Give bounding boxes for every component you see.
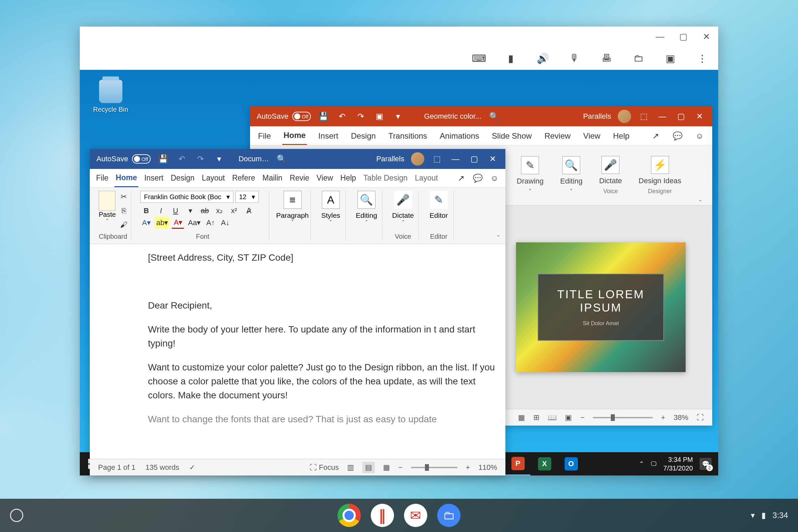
view-web-icon[interactable]: ▦ <box>383 463 390 472</box>
italic-button[interactable]: I <box>155 205 167 217</box>
strikethrough-button[interactable]: ab <box>199 205 211 217</box>
mic-icon[interactable]: 🎙 <box>569 52 581 64</box>
minimize-icon[interactable]: — <box>450 153 461 165</box>
taskbar-excel[interactable]: X <box>532 452 557 475</box>
zoom-level[interactable]: 110% <box>478 463 497 472</box>
bold-button[interactable]: B <box>140 205 152 217</box>
menu-view[interactable]: View <box>315 170 334 187</box>
search-icon[interactable]: 🔍 <box>488 110 500 122</box>
editing-icon[interactable]: 🔍 <box>358 191 375 209</box>
menu-insert[interactable]: Insert <box>317 127 340 145</box>
save-icon[interactable]: 💾 <box>318 110 329 122</box>
cut-icon[interactable]: ✂ <box>118 191 130 203</box>
shrink-font-icon[interactable]: A↓ <box>219 217 231 229</box>
close-icon[interactable]: ✕ <box>694 110 706 122</box>
maximize-icon[interactable]: ▢ <box>675 110 687 122</box>
tray-clock[interactable]: 3:34 PM 7/31/2020 <box>663 455 693 473</box>
camera-icon[interactable]: ▮ <box>505 52 517 64</box>
menu-file[interactable]: File <box>95 170 110 187</box>
subscript-button[interactable]: x₂ <box>213 205 225 217</box>
slide-thumbnail[interactable]: TITLE LOREM IPSUM Sit Dolor Amet <box>516 242 686 372</box>
menu-design[interactable]: Design <box>170 170 196 187</box>
redo-icon[interactable]: ↷ <box>194 153 207 165</box>
maximize-icon[interactable]: ▢ <box>468 153 480 165</box>
taskbar-outlook[interactable]: O <box>558 452 584 475</box>
menu-review[interactable]: Review <box>543 127 572 145</box>
menu-help[interactable]: Help <box>612 127 631 145</box>
shelf-status-area[interactable]: ▾ ▮ 3:34 <box>751 511 788 520</box>
dictate-icon[interactable]: 🎤 <box>394 191 412 209</box>
avatar[interactable] <box>618 110 631 123</box>
word-document-body[interactable]: [Street Address, City, ST ZIP Code] Dear… <box>90 244 506 457</box>
styles-icon[interactable]: A <box>322 191 340 209</box>
emoji-icon[interactable]: ☺ <box>694 130 706 142</box>
view-read-icon[interactable]: ▥ <box>347 463 354 472</box>
paragraph-icon[interactable]: ≡ <box>284 191 302 209</box>
underline-dropdown-icon[interactable]: ▾ <box>184 205 196 217</box>
avatar[interactable] <box>411 152 424 166</box>
menu-insert[interactable]: Insert <box>143 170 165 187</box>
action-center-icon[interactable]: 💬 <box>700 458 711 470</box>
copy-icon[interactable]: ⎘ <box>118 205 130 217</box>
editor-icon[interactable]: ✎ <box>430 191 448 209</box>
more-icon[interactable]: ⋮ <box>696 52 708 64</box>
font-size-select[interactable]: 12▾ <box>235 191 259 203</box>
search-icon[interactable]: 🔍 <box>276 153 288 165</box>
taskbar-powerpoint[interactable]: P <box>506 452 530 475</box>
zoom-level[interactable]: 38% <box>673 413 688 422</box>
menu-references[interactable]: Refere <box>231 170 256 187</box>
change-case-icon[interactable]: Aa▾ <box>187 217 202 229</box>
save-icon[interactable]: 💾 <box>157 153 169 165</box>
zoom-out-icon[interactable]: − <box>580 413 585 422</box>
ribbon-display-icon[interactable]: ⬚ <box>431 153 443 165</box>
menu-animations[interactable]: Animations <box>439 127 481 145</box>
print-icon[interactable]: 🖶 <box>601 52 612 64</box>
ppt-autosave-toggle[interactable]: Off <box>292 112 311 121</box>
menu-review[interactable]: Revie <box>288 170 310 187</box>
focus-mode[interactable]: ⛶ Focus <box>309 463 339 472</box>
menu-view[interactable]: View <box>582 127 602 145</box>
view-slideshow-icon[interactable]: ▣ <box>565 413 572 422</box>
share-icon[interactable]: ↗ <box>650 130 662 142</box>
present-icon[interactable]: ▣ <box>374 110 385 122</box>
ribbon-dictate[interactable]: 🎤DictateVoice <box>599 156 622 195</box>
word-titlebar[interactable]: AutoSave Off 💾 ↶ ↷ ▾ Docum… 🔍 Parallels … <box>90 149 506 169</box>
view-normal-icon[interactable]: ▦ <box>518 413 525 422</box>
zoom-in-icon[interactable]: + <box>661 413 665 422</box>
menu-slideshow[interactable]: Slide Show <box>491 127 533 145</box>
zoom-in-icon[interactable]: + <box>466 463 470 472</box>
ribbon-display-icon[interactable]: ⬚ <box>638 110 650 122</box>
zoom-slider[interactable] <box>411 467 457 468</box>
menu-table-layout[interactable]: Layout <box>414 170 439 187</box>
close-icon[interactable]: ✕ <box>702 33 711 41</box>
tray-overflow-icon[interactable]: ⌃ <box>639 460 644 468</box>
menu-help[interactable]: Help <box>339 170 358 187</box>
keyboard-icon[interactable]: ⌨ <box>473 52 485 64</box>
highlight-icon[interactable]: ab▾ <box>155 217 169 229</box>
ppt-titlebar[interactable]: AutoSave Off 💾 ↶ ↷ ▣ ▾ Geometric color..… <box>250 107 712 126</box>
menu-table-design[interactable]: Table Design <box>362 170 409 187</box>
spellcheck-icon[interactable]: ✓ <box>189 463 195 472</box>
emoji-icon[interactable]: ☺ <box>489 172 500 184</box>
menu-home[interactable]: Home <box>282 127 307 145</box>
page-indicator[interactable]: Page 1 of 1 <box>98 463 136 472</box>
collapse-ribbon-icon[interactable]: ⌃ <box>496 234 500 241</box>
clear-format-icon[interactable]: A̷ <box>243 205 255 217</box>
word-autosave-toggle[interactable]: Off <box>132 154 151 164</box>
paste-icon[interactable] <box>99 191 115 211</box>
shelf-chrome[interactable] <box>338 504 361 527</box>
customize-qat-icon[interactable]: ▾ <box>392 110 404 122</box>
view-sorter-icon[interactable]: ⊞ <box>533 413 539 422</box>
ribbon-design-ideas[interactable]: ⚡Design IdeasDesigner <box>639 156 681 195</box>
zoom-out-icon[interactable]: − <box>398 463 403 472</box>
menu-transitions[interactable]: Transitions <box>387 127 428 145</box>
view-print-icon[interactable]: ▤ <box>362 462 375 473</box>
customize-qat-icon[interactable]: ▾ <box>213 153 225 165</box>
close-icon[interactable]: ✕ <box>487 153 499 165</box>
ribbon-drawing[interactable]: ✎Drawing˅ <box>517 156 544 194</box>
shelf-gmail[interactable]: ✉ <box>404 504 427 527</box>
ribbon-editing[interactable]: 🔍Editing˅ <box>560 156 583 194</box>
menu-home[interactable]: Home <box>114 169 138 187</box>
view-reading-icon[interactable]: 📖 <box>548 413 557 422</box>
word-count[interactable]: 135 words <box>146 463 179 472</box>
